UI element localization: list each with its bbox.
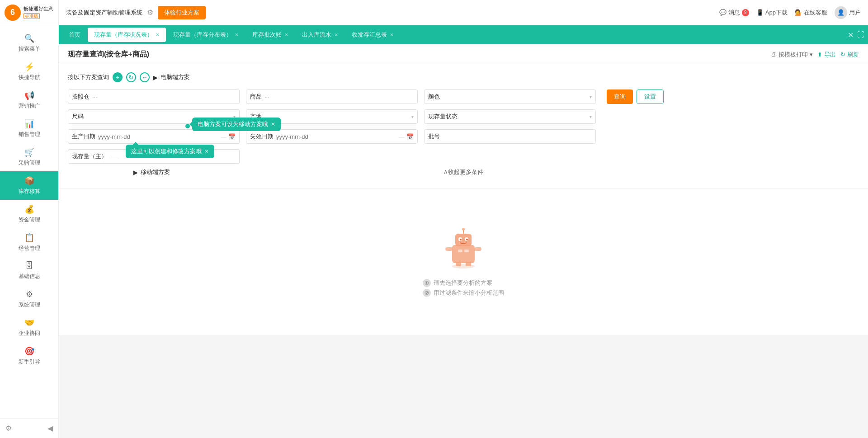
filter-expire-date[interactable]: 失效日期 — 📅 <box>246 129 418 144</box>
tab-close-icon[interactable]: ✕ <box>235 32 239 38</box>
tab-home[interactable]: 首页 <box>62 28 87 42</box>
empty-steps: ① 请先选择要分析的方案 ② 用过滤条件来缩小分析范围 <box>423 277 504 299</box>
filter-label: 按以下方案查询 <box>68 73 109 81</box>
scheme-item-mobile[interactable]: ▶ 移动端方案 <box>133 168 170 176</box>
filter-action-buttons: 查询 设置 <box>607 89 664 104</box>
sidebar-item-system[interactable]: ⚙ 系统管理 <box>0 285 58 313</box>
print-btn[interactable]: 🖨 按模板打印 ▾ <box>771 51 813 59</box>
svg-rect-10 <box>474 247 481 251</box>
tab-close-icon[interactable]: ✕ <box>156 32 160 38</box>
add-scheme-btn[interactable]: + <box>113 72 123 82</box>
collapse-sidebar-icon[interactable]: ◀ <box>47 424 53 433</box>
collapse-row[interactable]: ∧ 收起更多条件 <box>68 164 859 181</box>
sidebar-item-assets[interactable]: 💰 资金管理 <box>0 200 58 228</box>
base-info-icon: 🗄 <box>25 261 33 271</box>
sidebar-item-sales[interactable]: 📊 销售管理 <box>0 114 58 143</box>
filter-area: 按以下方案查询 + ↻ ← ▶ 电脑端方案 <box>59 64 868 188</box>
sidebar-item-quick-nav[interactable]: ⚡ 快捷导航 <box>0 57 58 86</box>
prod-date-start-input[interactable] <box>98 133 219 140</box>
page-title: 现存量查询(按仓库+商品) <box>68 50 149 59</box>
tab-close-all-icon[interactable]: ✕ <box>848 31 854 39</box>
sidebar-item-label: 基础信息 <box>19 273 40 280</box>
filter-prod-date[interactable]: 生产日期 — 📅 <box>68 129 240 144</box>
inventory-icon: 📦 <box>24 176 34 186</box>
filter-warehouse[interactable]: 按照仓 ··· <box>68 89 240 104</box>
user-action[interactable]: 👤 用户 <box>835 6 861 19</box>
sidebar-item-guide[interactable]: 🎯 新手引导 <box>0 342 58 370</box>
page-header: 现存量查询(按仓库+商品) 🖨 按模板打印 ▾ ⬆ 导出 ↻ 刷新 <box>59 44 868 64</box>
collapse-up-icon: ∧ <box>443 168 448 176</box>
online-service-action[interactable]: 💁 在线客服 <box>795 9 827 17</box>
sidebar-bottom: ⚙ ◀ <box>0 418 58 438</box>
tab-inventory-batch[interactable]: 库存批次账 ✕ <box>246 28 295 42</box>
sales-icon: 📊 <box>24 119 34 129</box>
calendar-icon[interactable]: 📅 <box>228 133 236 140</box>
tooltip-edit-close[interactable]: ✕ <box>204 148 209 155</box>
sidebar-item-label: 搜索菜单 <box>19 45 40 53</box>
query-btn[interactable]: 查询 <box>607 89 633 104</box>
svg-rect-9 <box>445 247 453 251</box>
refresh-scheme-btn[interactable]: ↻ <box>126 72 136 82</box>
tooltip-desktop-close[interactable]: ✕ <box>271 121 275 127</box>
sidebar-item-purchase[interactable]: 🛒 采购管理 <box>0 143 58 171</box>
header: 装备及固定资产辅助管理系统 ⚙ 体验行业方案 💬 消息 9 📱 App下载 💁 … <box>59 0 868 25</box>
industry-btn[interactable]: 体验行业方案 <box>158 6 206 19</box>
refresh-icon: ↻ <box>840 51 845 58</box>
filter-batch[interactable]: 批号 <box>424 129 596 144</box>
sidebar-item-inventory[interactable]: 📦 库存核算 <box>0 171 58 200</box>
phone-icon: 📱 <box>756 9 764 16</box>
tab-close-icon[interactable]: ✕ <box>334 32 338 38</box>
system-name: 装备及固定资产辅助管理系统 <box>66 9 142 17</box>
sidebar-item-operations[interactable]: 📋 经营管理 <box>0 228 58 257</box>
tabs-right: ✕ ⛶ <box>848 31 864 39</box>
filter-stock-status[interactable]: 现存量状态 ▾ <box>424 109 596 124</box>
tab-close-icon[interactable]: ✕ <box>284 32 288 38</box>
expire-calendar-icon[interactable]: 📅 <box>406 133 414 140</box>
settings-bottom-icon[interactable]: ⚙ <box>5 424 12 433</box>
sidebar-item-base-info[interactable]: 🗄 基础信息 <box>0 257 58 285</box>
tab-close-icon[interactable]: ✕ <box>390 32 394 38</box>
sidebar-nav: 🔍 搜索菜单 ⚡ 快捷导航 📢 营销推广 📊 销售管理 🛒 采购管理 📦 库存核… <box>0 25 58 418</box>
tab-label: 现存量（库存状况表） <box>94 31 153 39</box>
user-avatar: 👤 <box>835 6 847 19</box>
svg-rect-1 <box>452 245 475 263</box>
scheme-panel: ▶ 电脑端方案 <box>153 71 190 83</box>
enterprise-icon: 🤝 <box>24 318 34 328</box>
tab-receive-summary[interactable]: 收发存汇总表 ✕ <box>345 28 400 42</box>
system-icon: ⚙ <box>26 289 33 299</box>
export-btn[interactable]: ⬆ 导出 <box>817 51 836 59</box>
app-download-action[interactable]: 📱 App下载 <box>756 9 788 17</box>
set-btn[interactable]: 设置 <box>637 89 664 104</box>
back-scheme-btn[interactable]: ← <box>140 72 150 82</box>
refresh-btn[interactable]: ↻ 刷新 <box>840 51 859 59</box>
scheme-item-desktop[interactable]: ▶ 电脑端方案 <box>153 71 190 83</box>
guide-icon: 🎯 <box>24 346 34 356</box>
svg-rect-2 <box>455 234 472 246</box>
sidebar-item-marketing[interactable]: 📢 营销推广 <box>0 86 58 114</box>
header-left: 装备及固定资产辅助管理系统 ⚙ 体验行业方案 <box>66 6 206 19</box>
print-chevron: ▾ <box>810 51 813 58</box>
sidebar-item-enterprise[interactable]: 🤝 企业协同 <box>0 313 58 342</box>
tooltip-edit-bubble: 这里可以创建和修改方案哦 ✕ <box>126 145 214 158</box>
tab-inventory-dist[interactable]: 现存量（库存分布表） ✕ <box>167 28 245 42</box>
online-service-label: 在线客服 <box>804 9 827 17</box>
svg-point-8 <box>462 228 465 231</box>
message-action[interactable]: 💬 消息 9 <box>719 9 749 17</box>
sidebar-item-search[interactable]: 🔍 搜索菜单 <box>0 29 58 57</box>
filter-row-1: 按照仓 ··· 商品 ··· 颜色 ▾ 查询 设置 <box>68 89 859 104</box>
header-settings-icon[interactable]: ⚙ <box>147 8 153 17</box>
expire-date-start-input[interactable] <box>276 133 397 140</box>
tab-label: 现存量（库存分布表） <box>173 31 232 39</box>
tab-inventory-status[interactable]: 现存量（库存状况表） ✕ <box>88 28 166 42</box>
tab-label: 收发存汇总表 <box>352 31 387 39</box>
message-label: 消息 <box>728 9 740 17</box>
sidebar-item-label: 库存核算 <box>19 188 40 195</box>
tab-in-out-flow[interactable]: 出入库流水 ✕ <box>296 28 344 42</box>
step-num-1: ① <box>423 279 431 287</box>
svg-rect-13 <box>458 250 462 252</box>
filter-color[interactable]: 颜色 ▾ <box>424 89 596 104</box>
tab-fullscreen-icon[interactable]: ⛶ <box>857 31 864 39</box>
svg-point-0 <box>452 264 475 268</box>
sidebar-item-label: 营销推广 <box>19 102 40 110</box>
filter-product[interactable]: 商品 ··· <box>246 89 418 104</box>
